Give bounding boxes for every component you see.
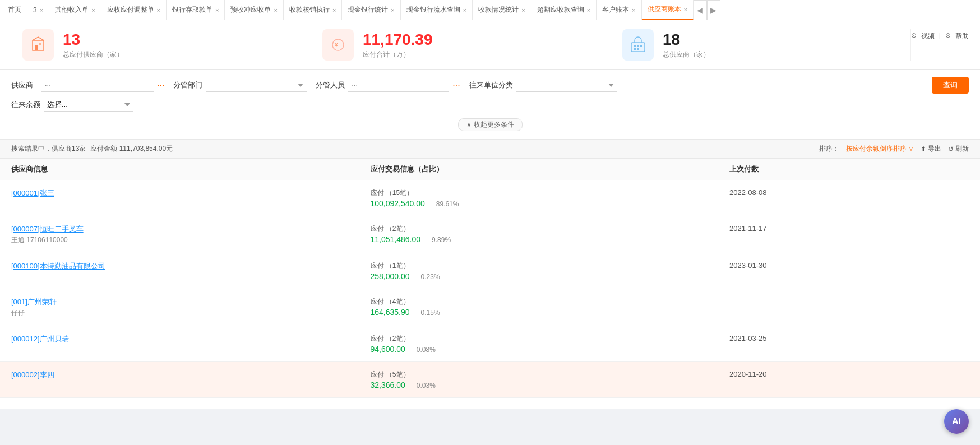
transaction-amount-2: 11,051,486.00 [371, 235, 421, 244]
nav-tab-ar-ap-adjust-close[interactable]: × [157, 7, 160, 13]
category-filter-label: 往来单位分类 [469, 80, 513, 90]
summary-card-total-suppliers: 18 总供应商（家） [611, 29, 911, 61]
supplier-info-2: [000007]恒旺二手叉车 王通 17106110000 [11, 224, 371, 245]
nav-tab-payment-verify[interactable]: 收款核销执行 × [284, 0, 342, 20]
category-filter-select[interactable] [516, 78, 617, 92]
link-divider: | [939, 31, 941, 39]
refresh-label: 刷新 [955, 144, 969, 154]
nav-next-arrow[interactable]: ▶ [707, 0, 720, 20]
person-filter-input[interactable] [348, 78, 449, 92]
nav-tab-prepay-charge-close[interactable]: × [274, 7, 277, 13]
collapse-button[interactable]: ∧ 收起更多条件 [458, 118, 523, 131]
sort-label: 排序： [819, 144, 839, 154]
table-row: [001]广州荣轩 仔仔 应付 （4笔） 164,635.90 0.15% [0, 289, 980, 326]
nav-tab-payment-stat[interactable]: 收款情况统计 × [473, 0, 531, 20]
table-row: [000001]张三 应付 （15笔） 100,092,540.00 89.61… [0, 180, 980, 216]
col-header-last-payment: 上次付数 [729, 164, 969, 174]
transaction-percent-5: 0.08% [417, 346, 436, 354]
supplier-info-1: [000001]张三 [11, 188, 371, 198]
nav-tab-overdue-ar-close[interactable]: × [587, 7, 590, 13]
filter-item-category: 往来单位分类 [469, 78, 617, 92]
video-icon: ⊙ [911, 31, 917, 39]
filter-row-2: 往来余额 选择... [11, 98, 969, 112]
nav-tab-bank-deposit[interactable]: 银行存取款单 × [167, 0, 225, 20]
supplier-link-6[interactable]: [000002]李四 [11, 370, 54, 379]
transaction-amount-4: 164,635.90 [371, 308, 410, 317]
nav-tab-other-income[interactable]: 其他收入单 × [49, 0, 101, 20]
filter-item-person: 分管人员 ··· [316, 78, 460, 92]
sort-select[interactable]: 按应付余额倒序排序 ∨ [846, 144, 914, 154]
refresh-button[interactable]: ↺ 刷新 [948, 144, 969, 154]
nav-tab-bank-deposit-close[interactable]: × [215, 7, 219, 13]
supplier-link-1[interactable]: [000001]张三 [11, 189, 54, 197]
refresh-icon: ↺ [948, 145, 954, 153]
supplier-filter-dots[interactable]: ··· [157, 80, 164, 90]
svg-rect-11 [634, 48, 636, 50]
nav-tab-payment-stat-close[interactable]: × [521, 7, 525, 13]
collapse-bar: ∧ 收起更多条件 [11, 116, 969, 133]
nav-tab-3[interactable]: 3 × [27, 0, 49, 20]
svg-rect-2 [39, 43, 41, 45]
transaction-amount-3: 258,000.00 [371, 272, 410, 281]
transaction-amount-6: 32,366.00 [371, 381, 405, 390]
export-button[interactable]: ⬆ 导出 [921, 144, 941, 154]
balance-filter-label: 往来余额 [11, 100, 40, 110]
summary-area: 13 总应付供应商（家） ¥ 11,170.39 应付合计（万） [0, 20, 980, 70]
dept-filter-select[interactable] [206, 78, 307, 92]
transaction-percent-6: 0.03% [417, 382, 436, 390]
payable-total-icon: ¥ [322, 29, 354, 61]
col-header-supplier: 供应商信息 [11, 164, 371, 174]
summary-card-payable-suppliers: 13 总应付供应商（家） [11, 29, 311, 61]
nav-tab-cash-bank-flow[interactable]: 现金银行流水查询 × [401, 0, 473, 20]
supplier-sub-2: 王通 17106110000 [11, 235, 371, 245]
help-link[interactable]: 帮助 [955, 31, 969, 41]
nav-tab-payment-verify-close[interactable]: × [332, 7, 336, 13]
nav-tab-supplier-book-label: 供应商账本 [648, 4, 681, 14]
filter-item-supplier: 供应商 ··· [11, 78, 164, 92]
nav-tab-customer-book[interactable]: 客户账本 × [597, 0, 641, 20]
nav-tab-customer-book-close[interactable]: × [632, 7, 635, 13]
balance-filter-select[interactable]: 选择... [44, 98, 133, 112]
sort-value: 按应付余额倒序排序 [846, 145, 907, 152]
svg-text:¥: ¥ [334, 42, 338, 48]
table-area: 供应商信息 应付交易信息（占比） 上次付数 [000001]张三 应付 （15笔… [0, 159, 980, 409]
video-link[interactable]: 视频 [921, 31, 935, 41]
supplier-info-4: [001]广州荣轩 仔仔 [11, 297, 371, 318]
nav-tab-cash-bank-stat-close[interactable]: × [391, 7, 394, 13]
result-bar-right: 排序： 按应付余额倒序排序 ∨ ⬆ 导出 ↺ 刷新 [819, 144, 969, 154]
nav-tab-cash-bank-flow-close[interactable]: × [463, 7, 466, 13]
nav-tab-supplier-book-close[interactable]: × [684, 6, 687, 13]
transaction-label-1: 应付 （15笔） [371, 188, 730, 198]
transaction-amount-1: 100,092,540.00 [371, 199, 425, 208]
last-payment-3: 2023-01-30 [729, 261, 969, 270]
transaction-label-4: 应付 （4笔） [371, 297, 730, 307]
person-filter-dots[interactable]: ··· [452, 80, 460, 90]
nav-tab-prepay-charge[interactable]: 预收冲应收单 × [225, 0, 283, 20]
nav-tab-3-close[interactable]: × [40, 7, 43, 13]
search-button[interactable]: 查询 [932, 77, 969, 94]
summary-card1-content: 13 总应付供应商（家） [63, 30, 299, 60]
nav-tab-supplier-book[interactable]: 供应商账本 × [642, 0, 694, 20]
svg-rect-0 [28, 35, 48, 55]
nav-tab-other-income-close[interactable]: × [91, 7, 95, 13]
col-header-transaction: 应付交易信息（占比） [371, 164, 730, 174]
nav-prev-arrow[interactable]: ◀ [694, 0, 707, 20]
supplier-link-5[interactable]: [000012]广州贝瑞 [11, 335, 69, 343]
nav-tab-payment-stat-label: 收款情况统计 [478, 5, 519, 15]
nav-tab-ar-ap-adjust[interactable]: 应收应付调整单 × [101, 0, 167, 20]
nav-tab-overdue-ar[interactable]: 超期应收款查询 × [531, 0, 597, 20]
supplier-filter-input[interactable] [41, 78, 154, 92]
nav-tab-home[interactable]: 首页 [2, 0, 27, 20]
supplier-link-3[interactable]: [000100]本特勤油品有限公司 [11, 262, 105, 270]
supplier-link-2[interactable]: [000007]恒旺二手叉车 [11, 225, 84, 233]
svg-rect-1 [35, 45, 38, 50]
nav-tab-payment-verify-label: 收款核销执行 [289, 5, 330, 15]
transaction-info-6: 应付 （5笔） 32,366.00 0.03% [371, 370, 730, 390]
filter-item-balance: 往来余额 选择... [11, 98, 133, 112]
supplier-link-4[interactable]: [001]广州荣轩 [11, 298, 57, 306]
nav-tab-cash-bank-stat[interactable]: 现金银行统计 × [342, 0, 400, 20]
payable-supplier-label: 总应付供应商（家） [63, 50, 299, 59]
table-row: [000007]恒旺二手叉车 王通 17106110000 应付 （2笔） 11… [0, 216, 980, 253]
result-prefix: 搜索结果中，供应商13家 [11, 144, 86, 154]
table-row: [000012]广州贝瑞 应付 （2笔） 94,600.00 0.08% 202… [0, 326, 980, 362]
